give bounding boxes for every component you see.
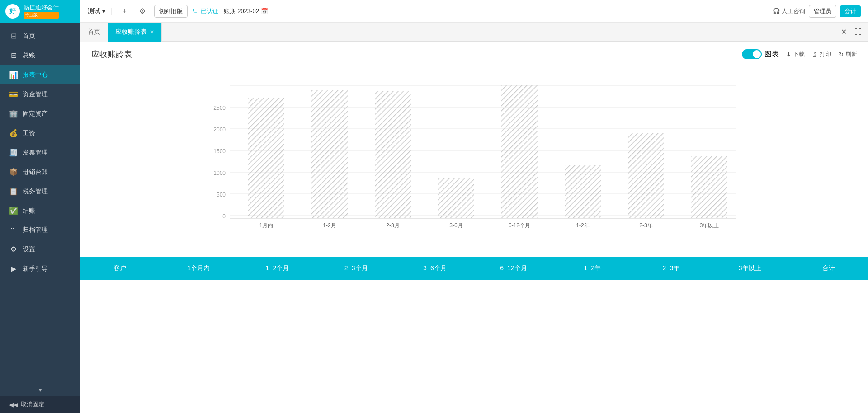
svg-text:1-2月: 1-2月: [323, 222, 336, 229]
table-header-cell-1m: 1个月内: [159, 257, 238, 280]
chart-area: 0 500 1000 1500 2000 2500: [80, 67, 868, 257]
svg-text:1月内: 1月内: [259, 222, 274, 229]
sidebar-item-archive[interactable]: 🗂 归档管理: [0, 221, 80, 239]
sidebar-label-archive: 归档管理: [23, 226, 48, 234]
tab-home[interactable]: 首页: [80, 23, 108, 42]
bar-3-6月: [438, 178, 474, 218]
svg-text:0: 0: [222, 213, 226, 220]
sidebar-item-tax[interactable]: 📋 税务管理: [0, 182, 80, 201]
verified-label: 已认证: [201, 7, 218, 15]
svg-text:3年以上: 3年以上: [700, 222, 719, 229]
project-selector[interactable]: 测试 ▾: [88, 7, 105, 15]
chart-toggle-label: 图表: [764, 50, 779, 59]
consult-label: 人工咨询: [782, 7, 805, 15]
sidebar-item-home[interactable]: ⊞ 首页: [0, 26, 80, 46]
sidebar-label-settle: 结账: [23, 207, 35, 215]
chart-container: 0 500 1000 1500 2000 2500: [91, 76, 857, 248]
period-value: 2023-02: [237, 8, 259, 14]
refresh-button[interactable]: ↻ 刷新: [839, 50, 857, 58]
sidebar-label-payroll: 工资: [23, 129, 35, 137]
settle-icon: ✅: [9, 206, 18, 215]
sidebar-item-settings[interactable]: ⚙ 设置: [0, 239, 80, 259]
header-right: 🎧 人工咨询 管理员 会计: [773, 5, 861, 18]
payroll-icon: 💰: [9, 129, 18, 137]
svg-text:2500: 2500: [213, 105, 226, 111]
print-label: 打印: [820, 50, 831, 58]
chart-toggle[interactable]: [742, 49, 762, 59]
bar-1-2年: [565, 165, 601, 218]
cancel-fix-button[interactable]: ◀◀ 取消固定: [0, 396, 80, 413]
home-icon: ⊞: [9, 32, 18, 40]
table-header-cell-6m: 3~6个月: [396, 257, 474, 280]
shield-icon: 🛡: [193, 8, 199, 14]
sidebar-item-payroll[interactable]: 💰 工资: [0, 123, 80, 143]
sidebar-item-funds[interactable]: 💳 资金管理: [0, 84, 80, 104]
tab-close-icon[interactable]: ✕: [150, 29, 154, 35]
tab-aging[interactable]: 应收账龄表 ✕: [108, 23, 162, 42]
page-header: 应收账龄表 图表 ⬇ 下载 🖨 打印 ↻: [80, 42, 868, 67]
sidebar-logo: 好 畅捷通好会计 专业版: [0, 0, 80, 23]
period-info: 账期 2023-02 📅: [224, 7, 268, 15]
sidebar-label-ledger: 总账: [23, 52, 35, 60]
download-button[interactable]: ⬇ 下载: [786, 50, 805, 58]
app-edition: 专业版: [24, 12, 59, 19]
table-header-cell-3m: 2~3个月: [317, 257, 396, 280]
user-button[interactable]: 管理员: [809, 5, 836, 18]
bar-1月内: [248, 98, 284, 218]
sales-icon: 📦: [9, 168, 18, 176]
table-header-cell-customer: 客户: [80, 257, 159, 280]
table-header-cell-2m: 1~2个月: [238, 257, 316, 280]
svg-text:6-12个月: 6-12个月: [509, 222, 530, 229]
svg-text:1000: 1000: [213, 170, 226, 176]
sidebar-item-invoice[interactable]: 🧾 发票管理: [0, 143, 80, 162]
headset-icon: 🎧: [773, 8, 780, 14]
sidebar-scroll-down[interactable]: ▼: [0, 384, 80, 396]
pin-icon: ◀◀: [9, 401, 18, 408]
download-icon: ⬇: [786, 51, 791, 58]
app-name: 畅捷通好会计: [24, 4, 59, 11]
bar-6-12月: [501, 85, 538, 218]
svg-text:2000: 2000: [213, 127, 226, 133]
sidebar-label-settings: 设置: [23, 245, 35, 253]
switch-old-version-button[interactable]: 切到旧版: [154, 5, 188, 18]
sidebar-label-tax: 税务管理: [23, 188, 48, 196]
sidebar-nav: ⊞ 首页 ⊟ 总账 📊 报表中心 💳 资金管理 🏢 固定资产 💰 工资 🧾 发票…: [0, 23, 80, 384]
sidebar-label-reports: 报表中心: [23, 71, 48, 79]
print-button[interactable]: 🖨 打印: [812, 50, 831, 58]
project-name: 测试: [88, 7, 100, 15]
close-tab-button[interactable]: ✕: [837, 26, 850, 38]
print-icon: 🖨: [812, 51, 818, 58]
period-label: 账期: [224, 7, 236, 15]
assets-icon: 🏢: [9, 109, 18, 118]
refresh-icon: ↻: [839, 51, 844, 58]
content-area: 应收账龄表 图表 ⬇ 下载 🖨 打印 ↻: [80, 42, 868, 413]
expand-button[interactable]: ⛶: [852, 26, 864, 38]
consult-button[interactable]: 🎧 人工咨询: [773, 7, 805, 15]
settings-header-button[interactable]: ⚙: [136, 5, 149, 18]
add-button[interactable]: +: [118, 5, 131, 18]
tax-icon: 📋: [9, 187, 18, 196]
sidebar-item-ledger[interactable]: ⊟ 总账: [0, 46, 80, 65]
sidebar-item-settle[interactable]: ✅ 结账: [0, 201, 80, 221]
accountant-button[interactable]: 会计: [840, 5, 861, 17]
refresh-label: 刷新: [845, 50, 857, 58]
bar-chart: 0 500 1000 1500 2000 2500: [91, 76, 857, 248]
sidebar-label-assets: 固定资产: [23, 110, 48, 118]
sidebar-item-reports[interactable]: 📊 报表中心: [0, 65, 80, 84]
sidebar-item-guide[interactable]: ▶ 新手引导: [0, 259, 80, 278]
tab-aging-label: 应收账龄表: [115, 28, 147, 36]
table-header: 客户 1个月内 1~2个月 2~3个月 3~6个月 6~12个月 1~2年 2~…: [80, 257, 868, 280]
sidebar-label-sales: 进销台账: [23, 168, 48, 176]
ledger-icon: ⊟: [9, 51, 18, 60]
guide-icon: ▶: [9, 264, 18, 273]
header: 测试 ▾ | + ⚙ 切到旧版 🛡 已认证 账期 2023-02 📅 🎧 人工咨…: [80, 0, 868, 23]
sidebar-label-home: 首页: [23, 32, 35, 40]
tabs-bar: 首页 应收账龄表 ✕ ✕ ⛶: [80, 23, 868, 42]
table-header-cell-3y: 2~3年: [632, 257, 710, 280]
main-content: 首页 应收账龄表 ✕ ✕ ⛶ 应收账龄表 图表 ⬇: [80, 23, 868, 413]
sidebar-item-assets[interactable]: 🏢 固定资产: [0, 104, 80, 123]
settings-icon: ⚙: [9, 245, 18, 253]
calendar-icon[interactable]: 📅: [261, 8, 268, 14]
sidebar-item-sales[interactable]: 📦 进销台账: [0, 162, 80, 182]
table-header-cell-2y: 1~2年: [553, 257, 632, 280]
